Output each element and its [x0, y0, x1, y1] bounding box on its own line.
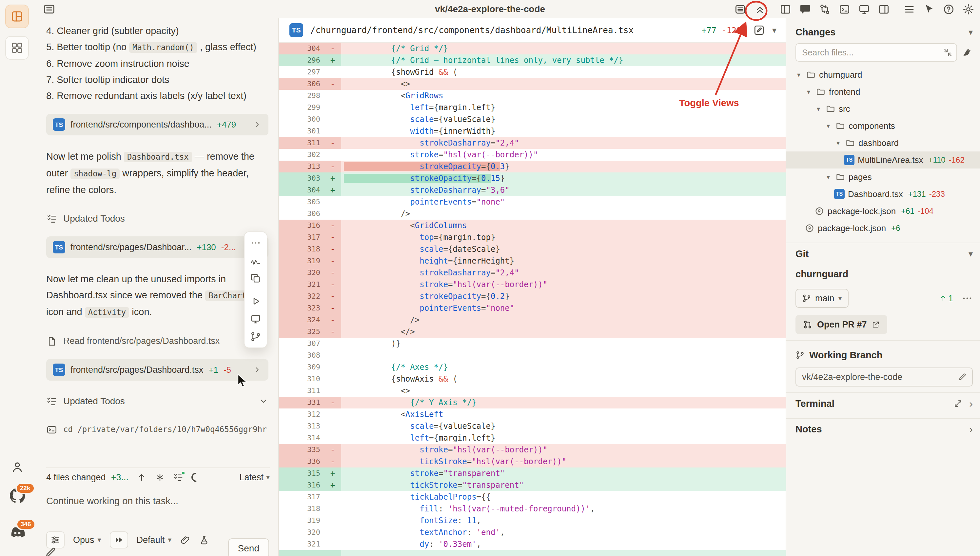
arrow-up-icon[interactable]	[136, 472, 147, 483]
monitor-icon[interactable]	[248, 312, 263, 326]
divider	[786, 340, 980, 341]
working-branch-field[interactable]: vk/4e2a-explore-the-code	[796, 367, 973, 386]
tree-item-components[interactable]: ▾components	[786, 117, 980, 134]
monitor-icon[interactable]	[857, 3, 870, 16]
edit-icon[interactable]	[958, 372, 967, 381]
chevron-down-icon[interactable]: ▾	[795, 71, 803, 79]
composer: 4 files changed +3... Latest▾ Opus▾ Defa…	[46, 467, 270, 556]
assistant-text: Now let me polish Dashboard.tsx — remove…	[46, 149, 268, 198]
line-number: 319	[279, 515, 324, 527]
github-link[interactable]: 22k	[10, 488, 25, 505]
updated-todos[interactable]: Updated Todos	[46, 393, 268, 409]
layout-right-icon[interactable]	[877, 3, 890, 16]
updated-todos[interactable]: Updated Todos	[46, 210, 268, 226]
message-input[interactable]	[46, 486, 270, 506]
diff-line: 299 left={margin.left}	[279, 102, 786, 113]
tree-item-Dashboard.tsx[interactable]: TSDashboard.tsx+131-233	[786, 186, 980, 203]
green-dot	[181, 471, 186, 475]
notes-header[interactable]: Notes ›	[786, 420, 980, 438]
chevron-down-icon[interactable]: ▾	[805, 88, 812, 96]
toggle-views-icon[interactable]	[733, 3, 747, 16]
terminal-command-row[interactable]: cd /private/var/folders/10/h7w0q46556ggr…	[46, 422, 268, 438]
chat-scroll[interactable]: 4. Cleaner grid (subtler opacity)5. Bett…	[34, 18, 278, 467]
terminal-header[interactable]: Terminal ›	[786, 395, 980, 412]
preset-dropdown[interactable]: Default▾	[137, 535, 172, 545]
open-pr-button[interactable]: Open PR #7	[796, 315, 887, 334]
tree-item-churnguard[interactable]: ▾churnguard	[786, 66, 980, 83]
send-button[interactable]: Send	[228, 538, 269, 556]
chat-bubble-icon[interactable]	[798, 3, 812, 16]
file-change-chip[interactable]: TSfrontend/src/components/dashboa...+479	[46, 114, 268, 136]
settings-icon[interactable]	[962, 3, 975, 16]
chevron-right-icon[interactable]: ›	[969, 398, 973, 409]
file-change-chip[interactable]: TSfrontend/src/pages/Dashboar...+130-2..…	[46, 236, 268, 258]
working-branch-section: Working Branch vk/4e2a-explore-the-code	[786, 348, 980, 386]
sparkle-icon[interactable]	[155, 472, 165, 483]
tree-label: components	[849, 121, 895, 131]
expand-icon[interactable]	[953, 399, 962, 408]
user-button[interactable]	[10, 460, 24, 475]
tree-item-MultiLineArea.tsx[interactable]: TSMultiLineArea.tsx+110-162	[786, 152, 980, 168]
flask-icon[interactable]	[199, 535, 210, 545]
git-compare-icon[interactable]	[818, 3, 831, 16]
ahead-count[interactable]: 1	[938, 293, 953, 304]
attach-icon[interactable]	[180, 535, 191, 545]
diff-marker	[324, 113, 341, 125]
chevron-down-icon[interactable]: ▾	[814, 105, 822, 113]
files-changed[interactable]: 4 files changed	[46, 472, 106, 483]
diff-line: 311 <>	[279, 385, 786, 397]
tree-item-package-lock.json[interactable]: package-lock.json+61-104	[786, 203, 980, 220]
file-change-chip[interactable]: TSfrontend/src/pages/Dashboard.tsx+1-5	[46, 359, 268, 381]
diff-line	[279, 550, 786, 556]
cursor-icon[interactable]	[922, 3, 935, 16]
tree-item-package-lock.json[interactable]: package-lock.json+6	[786, 220, 980, 237]
grid-tab[interactable]	[5, 36, 29, 60]
window-stack-icon[interactable]	[43, 3, 56, 16]
layout-left-icon[interactable]	[779, 3, 792, 16]
diff-line: 321- stroke="hsl(var(--border))"	[279, 279, 786, 291]
chevron-down-icon[interactable]: ▾	[834, 139, 842, 147]
model-dropdown[interactable]: Opus▾	[73, 535, 101, 545]
diff-line: 314 left={margin.left}	[279, 432, 786, 444]
help-icon[interactable]	[942, 3, 955, 16]
more-options-icon[interactable]	[962, 293, 973, 304]
divider	[786, 418, 980, 419]
discord-link[interactable]: 346	[9, 524, 26, 542]
file-search[interactable]	[796, 43, 957, 61]
tree-item-dashboard[interactable]: ▾dashboard	[786, 134, 980, 152]
diff-body[interactable]: 304- {/* Grid */}296+ {/* Grid — horizon…	[279, 43, 786, 556]
chevron-down-icon[interactable]: ▾	[969, 27, 973, 37]
inline-code: shadow-lg	[71, 168, 119, 179]
bird-icon[interactable]	[962, 47, 973, 58]
chevron-down-icon[interactable]: ▾	[824, 122, 832, 130]
collapse-diagonal-icon[interactable]	[943, 48, 953, 57]
latest-dropdown[interactable]: Latest▾	[239, 472, 270, 483]
read-file-row[interactable]: Read frontend/src/pages/Dashboard.tsx	[46, 333, 268, 349]
dots-horizontal-icon[interactable]	[248, 235, 263, 251]
fast-forward-button[interactable]	[110, 532, 128, 548]
diff-marker	[324, 338, 341, 349]
search-input[interactable]	[802, 47, 943, 58]
play-icon[interactable]	[248, 294, 263, 309]
terminal-icon[interactable]	[838, 3, 851, 16]
change-view-icon[interactable]	[753, 24, 765, 36]
git-branch-icon[interactable]	[248, 329, 263, 344]
branch-selector[interactable]: main ▾	[796, 289, 849, 308]
tree-item-src[interactable]: ▾src	[786, 100, 980, 117]
pencil-icon[interactable]	[44, 546, 57, 556]
diff-line: 320- strokeDasharray="2,4"	[279, 267, 786, 279]
signature-icon[interactable]	[248, 253, 263, 268]
chevron-down-icon[interactable]: ▾	[969, 249, 973, 259]
chevron-down-icon[interactable]: ▾	[824, 173, 832, 181]
chevron-right-icon[interactable]: ›	[969, 424, 973, 435]
diff-stats: +77-129	[702, 26, 741, 35]
chevron-down-icon[interactable]	[258, 396, 268, 406]
tree-item-pages[interactable]: ▾pages	[786, 168, 980, 186]
tree-item-frontend[interactable]: ▾frontend	[786, 83, 980, 100]
copy-icon[interactable]	[248, 271, 263, 286]
chevrons-up-icon[interactable]	[753, 3, 766, 16]
menu-icon[interactable]	[903, 3, 916, 16]
chevron-down-icon[interactable]: ▾	[772, 25, 777, 36]
file-path: /churnguard/frontend/src/components/dash…	[310, 25, 634, 35]
todos-indicator[interactable]	[173, 472, 184, 483]
